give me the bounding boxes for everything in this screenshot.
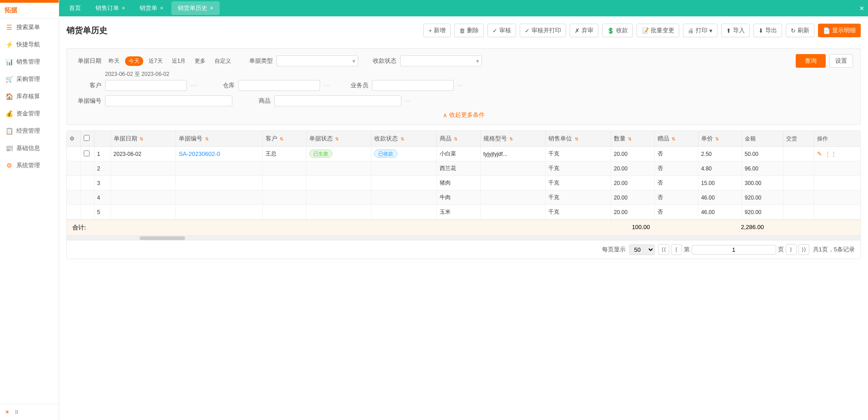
close-window-icon[interactable]: ✕ xyxy=(859,5,864,12)
col-doc-number-label: 单据编号 xyxy=(179,135,202,142)
export-button[interactable]: ⬇ 导出 xyxy=(753,24,782,37)
col-gift-label: 赠品 xyxy=(657,135,669,142)
audit-print-button[interactable]: ✓ 审核并打印 xyxy=(520,24,566,37)
first-page-button[interactable]: ⟨⟨ xyxy=(658,244,669,255)
cell-gear xyxy=(67,205,80,220)
import-button[interactable]: ⬆ 导入 xyxy=(721,24,750,37)
cell-rownum: 5 xyxy=(94,205,110,220)
row-checkbox[interactable] xyxy=(84,150,90,156)
refresh-button[interactable]: ↻ 刷新 xyxy=(786,24,814,37)
col-quantity-label: 数量 xyxy=(614,135,626,142)
add-button[interactable]: + 新增 xyxy=(423,24,451,37)
show-detail-button[interactable]: 📄 显示明细 xyxy=(818,24,861,37)
tab-sales-history-close[interactable]: × xyxy=(210,5,213,11)
filter-product-input[interactable] xyxy=(274,95,401,106)
date-tab-yesterday[interactable]: 昨天 xyxy=(105,56,123,66)
product-more-icon[interactable]: ··· xyxy=(405,97,411,105)
sidebar-item-label: 快捷导航 xyxy=(16,40,40,49)
date-tab-custom[interactable]: 自定义 xyxy=(211,56,235,66)
date-tab-more[interactable]: 更多 xyxy=(191,56,209,66)
sidebar-item-quick-nav[interactable]: ⚡ 快捷导航 xyxy=(0,36,59,53)
select-all-checkbox[interactable] xyxy=(84,135,90,141)
col-doc-status[interactable]: 单据状态 ⇅ xyxy=(306,131,371,147)
filter-payment-status-input[interactable] xyxy=(400,55,482,66)
filter-row-2: 客户 ··· 仓库 ··· 业务员 ··· xyxy=(74,80,853,91)
tab-sales-order-close[interactable]: × xyxy=(122,5,125,11)
next-page-button[interactable]: ⟩ xyxy=(786,244,797,255)
col-quantity[interactable]: 数量 ⇅ xyxy=(611,131,655,147)
page-number-input[interactable] xyxy=(692,245,776,255)
filter-customer-label: 客户 xyxy=(74,81,101,90)
filter-warehouse-input[interactable] xyxy=(238,80,320,91)
sidebar-item-purchase-mgmt[interactable]: 🛒 采购管理 xyxy=(0,70,59,88)
tab-sales-goods-close[interactable]: × xyxy=(160,5,163,11)
col-unit-price-label: 单价 xyxy=(701,135,713,142)
prev-page-button[interactable]: ⟨ xyxy=(671,244,682,255)
col-doc-number[interactable]: 单据编号 ⇅ xyxy=(176,131,263,147)
query-button[interactable]: 查询 xyxy=(796,54,826,68)
col-unit-price[interactable]: 单价 ⇅ xyxy=(698,131,742,147)
filter-salesperson-input[interactable] xyxy=(372,80,454,91)
cell-rownum: 2 xyxy=(94,161,110,176)
filter-date-item: 单据日期 昨天 今天 近7天 近1月 更多 自定义 xyxy=(74,56,235,66)
edit-icon[interactable]: ✎ xyxy=(817,150,822,157)
sidebar-item-finance[interactable]: 💰 资金管理 xyxy=(0,105,59,122)
cell-customer: 王总 xyxy=(262,147,306,161)
batch-change-icon: 📝 xyxy=(642,27,649,34)
delete-button[interactable]: 🗑 删除 xyxy=(454,24,484,37)
col-spec[interactable]: 规格型号 ⇅ xyxy=(480,131,546,147)
sidebar-item-label: 采购管理 xyxy=(16,75,40,83)
table-row: 4牛肉千克20.00否46.00920.00 xyxy=(67,190,860,205)
delete-label: 删除 xyxy=(467,26,479,35)
date-tabs: 昨天 今天 近7天 近1月 更多 自定义 xyxy=(105,56,235,66)
sidebar-item-sales-mgmt[interactable]: 📊 销售管理 xyxy=(0,53,59,70)
doc-number-link[interactable]: SA-20230602-0 xyxy=(179,150,220,157)
collect-button[interactable]: 💲 收款 xyxy=(602,24,633,37)
sidebar-item-inventory[interactable]: 🏠 库存核算 xyxy=(0,88,59,105)
print-button[interactable]: 🖨 打印 ▾ xyxy=(683,24,717,37)
sidebar-item-basic-info[interactable]: 📰 基础信息 xyxy=(0,140,59,157)
cell-customer xyxy=(262,190,306,205)
col-gift[interactable]: 赠品 ⇅ xyxy=(654,131,698,147)
abandon-button[interactable]: ✗ 弃审 xyxy=(570,24,598,37)
col-unit[interactable]: 销售单位 ⇅ xyxy=(546,131,611,147)
settings-button[interactable]: 设置 xyxy=(829,54,853,68)
more-icon[interactable]: ⋮⋮ xyxy=(825,150,837,157)
warehouse-more-icon[interactable]: ··· xyxy=(324,81,330,90)
audit-button[interactable]: ✓ 审核 xyxy=(487,24,516,37)
collapse-filter-button[interactable]: ∧ 收起更多条件 xyxy=(74,111,853,119)
page-label: 第 xyxy=(684,245,690,254)
batch-change-button[interactable]: 📝 批量变更 xyxy=(637,24,679,37)
filter-docnum-input[interactable] xyxy=(105,95,232,106)
date-tab-1month[interactable]: 近1月 xyxy=(168,56,190,66)
last-page-button[interactable]: ⟩⟩ xyxy=(798,244,809,255)
col-payment-status[interactable]: 收款状态 ⇅ xyxy=(371,131,437,147)
sidebar-item-system-mgmt[interactable]: ⚙ 系统管理 xyxy=(0,157,59,174)
sidebar-bottom-icon1[interactable]: ☀ xyxy=(5,409,10,415)
cell-doc-date xyxy=(110,176,176,190)
tab-sales-goods[interactable]: 销货单 × xyxy=(133,1,170,15)
col-product[interactable]: 商品 ⇅ xyxy=(437,131,480,147)
sidebar-bottom-icon2[interactable]: ⏸ xyxy=(14,409,20,415)
cell-unit: 千克 xyxy=(546,176,611,190)
tab-sales-order[interactable]: 销售订单 × xyxy=(89,1,131,15)
horizontal-scrollbar[interactable] xyxy=(67,235,860,240)
date-range: 昨天 今天 近7天 近1月 更多 自定义 xyxy=(105,56,235,66)
sidebar-item-search-menu[interactable]: ☰ 搜索菜单 xyxy=(0,19,59,36)
date-tab-today[interactable]: 今天 xyxy=(125,56,143,66)
date-tab-7days[interactable]: 近7天 xyxy=(145,56,166,66)
col-customer-sort: ⇅ xyxy=(280,136,283,141)
filter-doctype-input[interactable] xyxy=(276,55,358,66)
sidebar-item-operations[interactable]: 📋 经营管理 xyxy=(0,122,59,140)
salesperson-more-icon[interactable]: ··· xyxy=(457,81,463,90)
tab-home[interactable]: 首页 xyxy=(63,1,87,15)
per-page-select[interactable]: 50 100 200 xyxy=(629,245,655,255)
tab-sales-history[interactable]: 销货单历史 × xyxy=(171,1,220,15)
col-customer[interactable]: 客户 ⇅ xyxy=(262,131,306,147)
filter-customer-input[interactable] xyxy=(105,80,187,91)
cell-unit-price: 4.80 xyxy=(698,161,742,176)
col-doc-date[interactable]: 单据日期 ⇅ xyxy=(110,131,176,147)
customer-more-icon[interactable]: ··· xyxy=(191,81,196,90)
col-spec-sort: ⇅ xyxy=(509,136,513,141)
data-table-container: ⚙ 单据日期 ⇅ 单据编号 ⇅ xyxy=(66,130,861,259)
